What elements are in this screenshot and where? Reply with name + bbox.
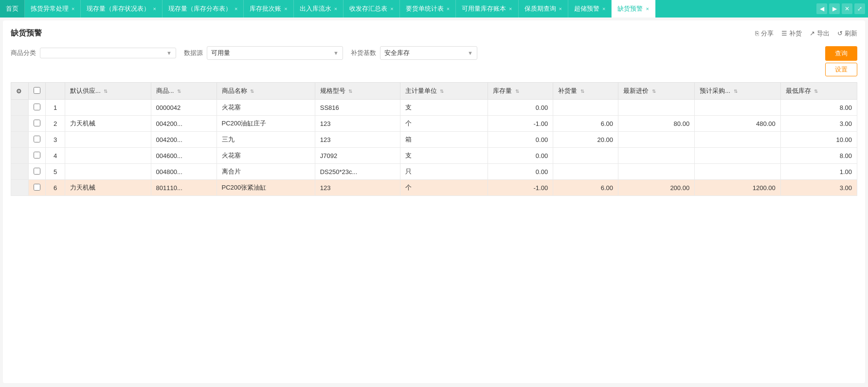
export-action[interactable]: ↗ 导出 — [810, 29, 830, 38]
row-latest-price-1: 80.00 — [618, 116, 694, 132]
replenish-column-header[interactable]: 补货量 ⇅ — [553, 83, 618, 100]
row-gear-5[interactable] — [11, 180, 29, 196]
row-estimated-purchase-2 — [695, 132, 781, 148]
select-all-checkbox[interactable] — [34, 87, 40, 94]
replenish-base-select[interactable]: 安全库存 ▼ — [380, 46, 477, 60]
row-unit-4: 只 — [400, 164, 488, 180]
row-stock-5: -1.00 — [488, 180, 553, 196]
tab-close-3[interactable]: × — [235, 6, 237, 12]
row-stock-1: -1.00 — [488, 116, 553, 132]
row-unit-1: 个 — [400, 116, 488, 132]
tab-close-11[interactable]: × — [646, 6, 649, 12]
datasource-select[interactable]: 可用量 ▼ — [207, 46, 343, 60]
replenish-base-select-value: 安全库存 — [384, 49, 410, 57]
row-index-3: 4 — [46, 148, 65, 164]
row-estimated-purchase-3 — [695, 148, 781, 164]
tab-close-9[interactable]: × — [559, 6, 562, 12]
default-supplier-column-header[interactable]: 默认供应... ⇅ — [65, 83, 151, 100]
table-body: 1 0000042 火花塞 SS816 支 0.00 8.00 2 力天机械 0… — [11, 100, 857, 196]
row-checkbox-cell-2 — [29, 132, 46, 148]
refresh-action[interactable]: ↺ 刷新 — [837, 29, 857, 38]
row-checkbox-3[interactable] — [34, 152, 40, 158]
sort-icon: ⇅ — [348, 88, 352, 94]
estimated-purchase-column-header[interactable]: 预计采购... ⇅ — [695, 83, 781, 100]
nav-next-button[interactable]: ▶ — [829, 3, 840, 14]
row-checkbox-4[interactable] — [34, 168, 40, 175]
product-code-column-header[interactable]: 商品... ⇅ — [151, 83, 217, 100]
row-gear-3[interactable] — [11, 148, 29, 164]
tab-close-5[interactable]: × — [334, 6, 337, 12]
export-icon: ↗ — [810, 30, 815, 37]
tab-item-8[interactable]: 可用量库存账本× — [456, 0, 518, 18]
row-stock-2: 0.00 — [488, 132, 553, 148]
tab-item-4[interactable]: 库存批次账× — [244, 0, 293, 18]
row-estimated-purchase-1: 480.00 — [695, 116, 781, 132]
tab-close-4[interactable]: × — [284, 6, 287, 12]
row-gear-1[interactable] — [11, 116, 29, 132]
tab-bar: 首页拣货异常处理×现存量（库存状况表）×现存量（库存分布表）×库存批次账×出入库… — [0, 0, 814, 18]
tab-item-11[interactable]: 缺货预警× — [612, 0, 655, 18]
row-min-stock-4: 1.00 — [780, 164, 857, 180]
row-gear-4[interactable] — [11, 164, 29, 180]
table-header-row: ⚙ 默认供应... ⇅ 商品... ⇅ 商品名称 ⇅ 规格型号 ⇅ 主计量单位 … — [11, 83, 857, 100]
row-min-stock-5: 3.00 — [780, 180, 857, 196]
query-button[interactable]: 查询 — [825, 46, 857, 61]
gear-column-header[interactable]: ⚙ — [11, 83, 29, 100]
row-unit-5: 个 — [400, 180, 488, 196]
replenish-action[interactable]: ☰ 补货 — [781, 29, 802, 38]
row-index-1: 2 — [46, 116, 65, 132]
row-checkbox-0[interactable] — [34, 104, 40, 110]
index-column-header — [46, 83, 65, 100]
category-select[interactable]: ▼ — [40, 48, 176, 58]
row-latest-price-2 — [618, 132, 694, 148]
tab-item-1[interactable]: 拣货异常处理× — [25, 0, 81, 18]
row-replenish-5: 6.00 — [553, 180, 618, 196]
tab-close-7[interactable]: × — [447, 6, 450, 12]
row-gear-2[interactable] — [11, 132, 29, 148]
tab-item-5[interactable]: 出入库流水× — [294, 0, 344, 18]
product-name-column-header[interactable]: 商品名称 ⇅ — [217, 83, 315, 100]
row-replenish-1: 6.00 — [553, 116, 618, 132]
tab-close-8[interactable]: × — [509, 6, 512, 12]
nav-prev-button[interactable]: ◀ — [816, 3, 827, 14]
row-gear-0[interactable] — [11, 100, 29, 116]
page-header: 缺货预警 ⎘ 分享 ☰ 补货 ↗ 导出 ↺ 刷新 — [11, 28, 857, 38]
tab-item-6[interactable]: 收发存汇总表× — [344, 0, 399, 18]
min-stock-column-header[interactable]: 最低库存 ⇅ — [780, 83, 857, 100]
row-estimated-purchase-5: 1200.00 — [695, 180, 781, 196]
row-checkbox-1[interactable] — [34, 120, 40, 126]
stock-column-header[interactable]: 库存量 ⇅ — [488, 83, 553, 100]
share-action[interactable]: ⎘ 分享 — [755, 29, 774, 38]
tab-close-1[interactable]: × — [72, 6, 74, 12]
tab-item-2[interactable]: 现存量（库存状况表）× — [81, 0, 162, 18]
sort-icon: ⇅ — [250, 88, 254, 94]
data-table: ⚙ 默认供应... ⇅ 商品... ⇅ 商品名称 ⇅ 规格型号 ⇅ 主计量单位 … — [11, 82, 857, 196]
tab-item-7[interactable]: 要货单统计表× — [400, 0, 456, 18]
refresh-icon: ↺ — [837, 30, 843, 37]
row-supplier-3 — [65, 148, 151, 164]
latest-price-column-header[interactable]: 最新进价 ⇅ — [618, 83, 694, 100]
nav-expand-button[interactable]: ⤢ — [854, 3, 865, 14]
tab-item-10[interactable]: 超储预警× — [568, 0, 612, 18]
row-code-4: 004800... — [151, 164, 217, 180]
tab-close-10[interactable]: × — [602, 6, 605, 12]
unit-column-header[interactable]: 主计量单位 ⇅ — [400, 83, 488, 100]
row-checkbox-5[interactable] — [34, 184, 40, 191]
row-replenish-2: 20.00 — [553, 132, 618, 148]
tab-close-6[interactable]: × — [390, 6, 393, 12]
tab-item-0[interactable]: 首页 — [0, 0, 25, 18]
tab-item-9[interactable]: 保质期查询× — [519, 0, 568, 18]
row-name-5: PC200张紧油缸 — [217, 180, 315, 196]
row-supplier-2 — [65, 132, 151, 148]
settings-button[interactable]: 设置 — [825, 63, 857, 76]
tab-item-3[interactable]: 现存量（库存分布表）× — [163, 0, 244, 18]
spec-column-header[interactable]: 规格型号 ⇅ — [315, 83, 400, 100]
row-index-0: 1 — [46, 100, 65, 116]
replenish-base-select-arrow: ▼ — [468, 50, 473, 56]
row-checkbox-2[interactable] — [34, 136, 40, 142]
row-supplier-4 — [65, 164, 151, 180]
nav-close-button[interactable]: ✕ — [842, 3, 852, 14]
row-replenish-4 — [553, 164, 618, 180]
tab-close-2[interactable]: × — [153, 6, 156, 12]
table-row: 5 004800... 离合片 DS250*23c... 只 0.00 1.00 — [11, 164, 857, 180]
